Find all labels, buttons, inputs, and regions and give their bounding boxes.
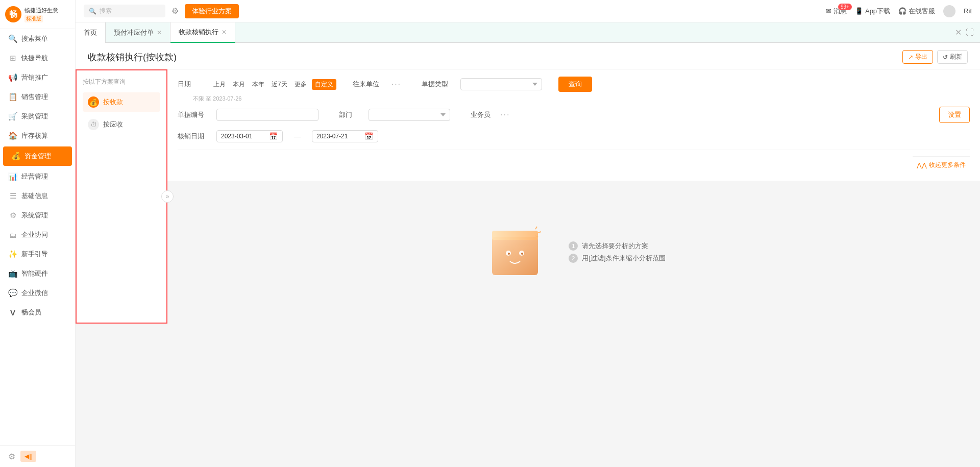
sidebar-collapse-button[interactable]: ◀‖ [20, 451, 36, 462]
receipt-option-label: 按收款 [103, 97, 123, 107]
topbar-gear-icon[interactable]: ⚙ [172, 6, 179, 16]
shortcut-more[interactable]: 更多 [292, 79, 309, 90]
tab-collect-close-icon[interactable]: ✕ [222, 29, 227, 36]
service-label: 在线客服 [909, 7, 935, 16]
writeoff-date-end-input[interactable] [316, 133, 362, 140]
export-button[interactable]: ↗ 导出 [902, 50, 933, 64]
collapse-more-button[interactable]: ⋀⋀ 收起更多条件 [913, 156, 970, 174]
counterpart-field-wrapper: 往来单位 [353, 80, 379, 89]
tab-collect[interactable]: 收款核销执行 ✕ [170, 22, 235, 43]
filter-sidebar-collapse-icon[interactable]: » [161, 190, 174, 203]
inventory-icon: 🏠 [8, 131, 17, 140]
app-download-button[interactable]: 📱 App下载 [855, 7, 890, 16]
topbar-search-box[interactable]: 🔍 搜索 [84, 5, 165, 17]
shortcut-prev-month[interactable]: 上月 [211, 79, 228, 90]
dept-select[interactable] [369, 109, 450, 121]
page-actions: ↗ 导出 ↺ 刷新 [902, 50, 968, 64]
sidebar-item-wechat[interactable]: 💬 企业微信 [0, 283, 75, 303]
writeoff-date-end-wrapper: 📅 [312, 130, 378, 142]
sidebar-item-member[interactable]: V 畅会员 [0, 303, 75, 322]
sidebar-item-inventory[interactable]: 🏠 库存核算 [0, 126, 75, 145]
svg-point-4 [508, 253, 510, 255]
sidebar-item-marketing[interactable]: 📢 营销推广 [0, 68, 75, 87]
shortcut-cur-year[interactable]: 本年 [250, 79, 266, 90]
topbar-search-icon: 🔍 [89, 8, 96, 15]
staff-label: 业务员 [471, 110, 496, 119]
sidebar-item-hardware[interactable]: 📺 智能硬件 [0, 264, 75, 283]
writeoff-start-calendar-icon[interactable]: 📅 [269, 132, 278, 140]
refresh-button[interactable]: ↺ 刷新 [937, 50, 968, 64]
settings-button[interactable]: 设置 [939, 107, 970, 123]
sidebar-item-basic[interactable]: ☰ 基础信息 [0, 186, 75, 206]
industry-solution-button[interactable]: 体验行业方案 [185, 4, 239, 18]
sidebar-item-guide[interactable]: ✨ 新手引导 [0, 244, 75, 264]
sidebar-label-enterprise: 企业协同 [21, 230, 48, 239]
basic-icon: ☰ [8, 191, 17, 201]
doctype-field-wrapper: 单据类型 [422, 80, 448, 89]
sidebar-item-system[interactable]: ⚙ 系统管理 [0, 206, 75, 225]
sidebar-label-guide: 新手引导 [21, 250, 48, 259]
member-icon: V [8, 308, 17, 317]
topbar: 🔍 搜索 ⚙ 体验行业方案 ✉ 消息 99+ 📱 App下载 🎧 在线客服 Ri… [76, 0, 980, 22]
date-hint: 不限 至 2023-07-26 [193, 95, 970, 103]
filter-option-by-receivable[interactable]: ⏱ 按应收 [83, 115, 160, 134]
sidebar-item-finance[interactable]: 💰 资金管理 [3, 146, 72, 166]
close-window-icon[interactable]: ✕ [955, 28, 962, 37]
shortcut-cur-month[interactable]: 本月 [231, 79, 247, 90]
search-icon: 🔍 [8, 34, 17, 43]
filter-option-by-receipt[interactable]: 💰 按收款 [83, 92, 160, 112]
sidebar-item-search[interactable]: 🔍 搜索菜单 [0, 29, 75, 48]
maximize-window-icon[interactable]: ⛶ [966, 28, 974, 37]
tab-home[interactable]: 首页 [76, 22, 106, 43]
sidebar-label-shortcut: 快捷导航 [21, 54, 48, 63]
shortcut-7days[interactable]: 近7天 [270, 79, 289, 90]
sidebar-item-shortcut[interactable]: ⊞ 快捷导航 [0, 48, 75, 68]
sidebar-item-business[interactable]: 📊 经营管理 [0, 167, 75, 186]
sales-icon: 📋 [8, 92, 17, 102]
message-icon: ✉ [826, 7, 831, 15]
refresh-icon: ↺ [943, 54, 948, 61]
svg-rect-0 [492, 237, 538, 275]
counterpart-label: 往来单位 [353, 80, 379, 88]
tab-prepay-close-icon[interactable]: ✕ [157, 29, 162, 36]
writeoff-date-start-input[interactable] [221, 133, 267, 140]
dept-field-wrapper: 部门 [339, 109, 450, 121]
collapse-up-icon: ⋀⋀ [917, 162, 927, 169]
staff-select-icon[interactable]: ··· [500, 110, 510, 119]
filter-row-3: 核销日期 📅 — 📅 [178, 130, 970, 142]
sidebar-label-system: 系统管理 [21, 211, 48, 220]
filter-row-1: 日期 上月 本月 本年 近7天 更多 自定义 往来单位 ··· [178, 77, 970, 92]
sidebar-label-marketing: 营销推广 [21, 73, 48, 82]
page-title: 收款核销执行(按收款) [88, 51, 177, 63]
message-button[interactable]: ✉ 消息 99+ [826, 7, 847, 16]
empty-box-svg [482, 222, 548, 283]
settings-gear-icon[interactable]: ⚙ [8, 452, 15, 461]
app-icon: 📱 [855, 7, 863, 15]
dept-label: 部门 [339, 110, 364, 119]
docno-input[interactable] [216, 109, 318, 121]
empty-hints: 1 请先选择要分析的方案 2 用[过滤]条件来缩小分析范围 [569, 241, 665, 263]
sidebar-label-hardware: 智能硬件 [21, 269, 48, 278]
topbar-search-text: 搜索 [100, 7, 112, 15]
svg-line-6 [535, 227, 537, 229]
filter-sidebar-title: 按以下方案查询 [83, 78, 160, 86]
doctype-select[interactable] [460, 78, 542, 90]
empty-state-inner: 1 请先选择要分析的方案 2 用[过滤]条件来缩小分析范围 [482, 222, 665, 283]
tab-prepay[interactable]: 预付冲应付单 ✕ [106, 22, 170, 43]
system-icon: ⚙ [8, 211, 17, 220]
sidebar-item-purchase[interactable]: 🛒 采购管理 [0, 107, 75, 126]
export-icon: ↗ [908, 54, 913, 61]
collapse-more-row: ⋀⋀ 收起更多条件 [178, 150, 970, 174]
counterpart-select-icon[interactable]: ··· [391, 80, 401, 89]
finance-icon: 💰 [11, 152, 20, 161]
sidebar-label-wechat: 企业微信 [21, 288, 48, 298]
home-icon: ⊞ [8, 54, 17, 63]
receipt-option-icon: 💰 [88, 96, 99, 108]
shortcut-custom[interactable]: 自定义 [312, 79, 336, 90]
topbar-right: ✉ 消息 99+ 📱 App下载 🎧 在线客服 Rit [826, 5, 972, 17]
online-service-button[interactable]: 🎧 在线客服 [898, 7, 935, 16]
writeoff-end-calendar-icon[interactable]: 📅 [364, 132, 373, 140]
sidebar-item-enterprise[interactable]: 🗂 企业协同 [0, 225, 75, 244]
query-button[interactable]: 查询 [558, 77, 592, 92]
sidebar-item-sales[interactable]: 📋 销售管理 [0, 87, 75, 107]
